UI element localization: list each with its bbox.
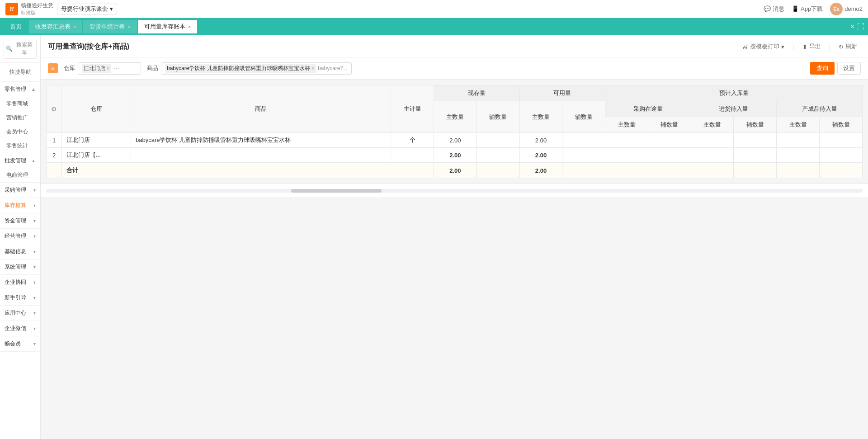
sidebar-section-purchase-header[interactable]: 采购管理 ▾ (0, 183, 40, 198)
warehouse-tag-remove[interactable]: × (107, 66, 109, 71)
sidebar-section-finance-header[interactable]: 资金管理 ▾ (0, 213, 40, 228)
td-product (131, 148, 391, 163)
td-avail-main: 2.00 (519, 133, 562, 148)
sidebar-section-basic-info-header[interactable]: 基础信息 ▾ (0, 244, 40, 259)
tab-close-icon[interactable]: × (73, 24, 76, 29)
td-purchase-aux (648, 148, 691, 163)
search-menu-label: 搜索菜单 (14, 41, 34, 57)
tab-receivable-summary[interactable]: 收发存汇总表 × (29, 20, 82, 33)
close-all-tabs-button[interactable]: × (850, 23, 854, 31)
retail-section-label: 零售管理 (5, 85, 26, 93)
message-button[interactable]: 💬 消息 (764, 5, 784, 13)
tab-bar-actions: × ⛶ (850, 23, 864, 31)
th-avail-main: 主数量 (519, 101, 562, 133)
th-arrival-aux: 辅数量 (734, 117, 777, 133)
tab-close-icon[interactable]: × (127, 24, 130, 29)
sidebar-item-membership[interactable]: 会员中心 (0, 125, 40, 139)
sidebar-section-app-center-header[interactable]: 应用中心 ▾ (0, 306, 40, 321)
user-menu[interactable]: Ea demo2 (830, 3, 863, 15)
tab-close-icon[interactable]: × (188, 24, 191, 29)
product-filter-group: 商品 babycare学饮杯 儿童防摔防撞吸管杯重力球吸嘴杯宝宝水杯 × bab… (146, 62, 352, 75)
sidebar-item-marketing[interactable]: 营销推广 (0, 111, 40, 125)
message-label: 消息 (773, 5, 784, 13)
tab-bar: 首页 收发存汇总表 × 要货单统计表 × 可用量库存账本 × × ⛶ (0, 18, 868, 35)
summary-row: 合计 2.00 2.00 (47, 163, 863, 178)
action-divider-2: | (829, 43, 830, 50)
app-download-button[interactable]: 📱 App下载 (792, 5, 823, 13)
td-unit: 个 (391, 133, 434, 148)
sidebar-section-retail-header[interactable]: 零售管理 ▲ (0, 82, 40, 97)
action-divider: | (793, 43, 794, 50)
th-settings[interactable]: ⚙ (47, 85, 62, 133)
tab-receivable-label: 收发存汇总表 (35, 23, 71, 31)
expand-tab-button[interactable]: ⛶ (857, 23, 864, 31)
logo-area: 好 畅捷通好生意 标准版 (5, 2, 53, 16)
td-product-aux (820, 133, 863, 148)
td-avail-aux (562, 148, 605, 163)
th-current-aux: 辅数量 (476, 101, 519, 133)
td-arrival-main (691, 133, 734, 148)
sidebar-section-guide-header[interactable]: 新手引导 ▾ (0, 290, 40, 305)
settings-button[interactable]: 设置 (837, 62, 861, 75)
td-current-main: 2.00 (434, 133, 477, 148)
export-button[interactable]: ⬆ 导出 (799, 41, 825, 52)
sidebar-section-members-header[interactable]: 畅会员 ▾ (0, 336, 40, 351)
query-button[interactable]: 查询 (810, 62, 835, 75)
sidebar-item-retail-mall[interactable]: 零售商城 (0, 97, 40, 111)
content-area: 可用量查询(按仓库+商品) 🖨 按模板打印 ▾ | ⬆ 导出 | ↻ (41, 35, 868, 439)
th-current-main: 主数量 (434, 101, 477, 133)
warehouse-tag-text: 江北门店 (84, 65, 105, 72)
print-template-button[interactable]: 🖨 按模板打印 ▾ (739, 41, 788, 52)
sidebar-item-quick-nav[interactable]: 快捷导航 (0, 65, 40, 80)
td-avail-main: 2.00 (519, 148, 562, 163)
search-menu-button[interactable]: 🔍 搜索菜单 (4, 39, 37, 59)
sidebar-section-system-header[interactable]: 系统管理 ▾ (0, 260, 40, 274)
table-row: 1 江北门店 babycare学饮杯 儿童防摔防撞吸管杯重力球吸嘴杯宝宝水杯 个… (47, 133, 863, 148)
table-scroll-area[interactable]: ⚙ 仓库 商品 主计量 现存量 (46, 85, 863, 178)
basic-info-section-arrow: ▾ (33, 249, 36, 254)
industry-selector[interactable]: 母婴行业演示账套 ▾ (57, 4, 117, 14)
top-bar-right: 💬 消息 📱 App下载 Ea demo2 (764, 3, 863, 15)
sidebar-section-inventory: 库存核算 ▾ (0, 198, 40, 213)
tab-home[interactable]: 首页 (4, 20, 28, 33)
column-settings-icon[interactable]: ⚙ (51, 105, 57, 113)
th-avail-aux: 辅数量 (562, 101, 605, 133)
page-title: 可用量查询(按仓库+商品) (48, 42, 129, 52)
print-label: 按模板打印 (750, 42, 779, 51)
td-arrival-main (691, 148, 734, 163)
tab-available-stock[interactable]: 可用量库存账本 × (138, 20, 197, 33)
sidebar-item-ecommerce[interactable]: 电商管理 (0, 168, 40, 182)
summary-purchase-main (605, 163, 648, 178)
chevron-down-icon: ▾ (110, 5, 113, 12)
td-arrival-aux (734, 133, 777, 148)
brand-label: 标准版 (21, 9, 53, 16)
sidebar-section-collaboration-header[interactable]: 企业协同 ▾ (0, 275, 40, 290)
basic-info-section-label: 基础信息 (5, 248, 26, 255)
refresh-icon: ↻ (839, 43, 844, 50)
sidebar-section-operations-header[interactable]: 经营管理 ▾ (0, 229, 40, 244)
product-filter-input[interactable]: babycare学饮杯 儿童防摔防撞吸管杯重力球吸嘴杯宝宝水杯 × babyca… (161, 62, 352, 75)
th-product-main: 主数量 (777, 117, 820, 133)
sidebar-section-wechat-header[interactable]: 企业微信 ▾ (0, 321, 40, 336)
sidebar-section-wholesale-header[interactable]: 批发管理 ▲ (0, 153, 40, 168)
sidebar-section-wechat: 企业微信 ▾ (0, 321, 40, 336)
horizontal-scrollbar[interactable] (46, 189, 863, 193)
export-icon: ⬆ (802, 43, 807, 50)
sidebar-item-retail-stats[interactable]: 零售统计 (0, 139, 40, 153)
tab-order-stats[interactable]: 要货单统计表 × (83, 20, 137, 33)
download-icon: 📱 (792, 5, 799, 12)
filter-expand-button[interactable]: » (48, 63, 58, 73)
refresh-button[interactable]: ↻ 刷新 (835, 41, 861, 52)
warehouse-filter-input[interactable]: 江北门店 × ··· (78, 62, 141, 75)
product-tag-remove[interactable]: × (311, 66, 314, 71)
sidebar-section-finance: 资金管理 ▾ (0, 213, 40, 229)
download-label: App下载 (801, 5, 823, 13)
page-actions: 🖨 按模板打印 ▾ | ⬆ 导出 | ↻ 刷新 (739, 41, 861, 52)
bottom-scrollbar-area (41, 184, 868, 197)
sidebar-section-members: 畅会员 ▾ (0, 336, 40, 352)
horizontal-scrollbar-thumb[interactable] (291, 189, 382, 193)
sidebar-section-system: 系统管理 ▾ (0, 260, 40, 275)
sidebar-section-inventory-header[interactable]: 库存核算 ▾ (0, 198, 40, 213)
warehouse-more-button[interactable]: ··· (113, 64, 119, 72)
print-icon: 🖨 (742, 43, 748, 50)
